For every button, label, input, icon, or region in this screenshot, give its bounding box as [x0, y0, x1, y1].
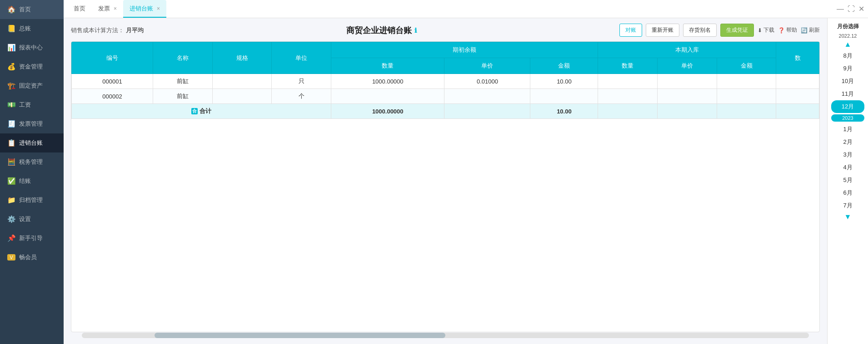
- scroll-down-button[interactable]: ▼: [828, 212, 868, 222]
- chongxin-button[interactable]: 重新开账: [646, 24, 679, 37]
- month-item-jan[interactable]: 1月: [828, 123, 868, 136]
- tab-bar-right: — ⛶ ✕: [837, 5, 864, 13]
- page-title: 商贸企业进销台账 ℹ: [144, 25, 619, 36]
- sidebar-item-vip[interactable]: V 畅会员: [0, 248, 64, 267]
- month-item-jul[interactable]: 7月: [828, 199, 868, 212]
- col-group-in: 本期入库: [598, 42, 776, 58]
- cell-in-price: [658, 89, 717, 104]
- month-panel: 月份选择 2022.12 ▲ 8月 9月 10月 11月 12月 2023 1月…: [827, 18, 868, 344]
- sidebar-item-guide[interactable]: 📌 新手引导: [0, 229, 64, 248]
- minimize-button[interactable]: —: [837, 5, 844, 13]
- main-area: 首页 发票 × 进销台账 × — ⛶ ✕ 销售成本计算方法： 月平均 商贸: [64, 0, 868, 344]
- book-icon: 📒: [7, 25, 15, 33]
- total-open-amount: 10.00: [530, 104, 598, 119]
- scrollbar-thumb: [155, 333, 445, 338]
- download-icon: ⬇: [758, 27, 762, 34]
- sub-in-amount: 金额: [717, 58, 776, 74]
- help-icon: ❓: [778, 27, 785, 34]
- month-item-apr[interactable]: 4月: [828, 161, 868, 174]
- vip-icon: V: [7, 254, 15, 260]
- sidebar-item-tax-management[interactable]: 🧮 税务管理: [0, 152, 64, 172]
- month-item-aug[interactable]: 8月: [828, 49, 868, 62]
- total-in-price: [658, 104, 717, 119]
- cell-unit: 个: [272, 89, 331, 104]
- cell-open-price: 0.01000: [444, 74, 530, 89]
- cell-open-qty: 1000.00000: [331, 74, 444, 89]
- scroll-up-button[interactable]: ▲: [828, 39, 868, 49]
- salary-icon: 💵: [7, 101, 15, 109]
- sidebar-item-home[interactable]: 🏠 首页: [0, 0, 64, 19]
- sidebar-item-general-ledger[interactable]: 📒 总账: [0, 19, 64, 38]
- maximize-button[interactable]: ⛶: [848, 5, 855, 13]
- building-icon: 🏗️: [7, 82, 15, 90]
- total-extra: [776, 104, 819, 119]
- month-item-dec[interactable]: 12月: [831, 100, 864, 113]
- duizhang-button[interactable]: 对账: [619, 24, 642, 37]
- col-id: 编号: [72, 42, 153, 74]
- total-open-qty: 1000.00000: [331, 104, 444, 119]
- col-unit: 单位: [272, 42, 331, 74]
- sub-open-price: 单价: [444, 58, 530, 74]
- sub-open-qty: 数量: [331, 58, 444, 74]
- cell-in-qty: [598, 89, 658, 104]
- content-area: 销售成本计算方法： 月平均 商贸企业进销台账 ℹ 对账 重新开账 存货别名 生成…: [64, 18, 827, 344]
- table-header-group: 编号 名称 规格 单位 期初余额 本期入库 数: [72, 42, 819, 58]
- chart-icon: 📊: [7, 44, 15, 52]
- sidebar-item-settings[interactable]: ⚙️ 设置: [0, 210, 64, 229]
- folder-icon: 📁: [7, 196, 15, 204]
- total-open-price: [444, 104, 530, 119]
- toolbar: 对账 重新开账 存货别名 生成凭证 ⬇ 下载 ❓ 帮助 🔄 刷新: [619, 24, 820, 37]
- month-item-sep[interactable]: 9月: [828, 62, 868, 75]
- cunyibie-button[interactable]: 存货别名: [683, 24, 717, 37]
- cell-id: 000001: [72, 74, 153, 89]
- month-item-feb[interactable]: 2月: [828, 136, 868, 148]
- cell-open-qty: [331, 89, 444, 104]
- cell-spec: [212, 74, 272, 89]
- sidebar-item-archive[interactable]: 📁 归档管理: [0, 191, 64, 210]
- tab-home[interactable]: 首页: [67, 0, 92, 18]
- sidebar-item-report-center[interactable]: 📊 报表中心: [0, 38, 64, 57]
- sidebar-item-fixed-assets[interactable]: 🏗️ 固定资产: [0, 76, 64, 95]
- col-name: 名称: [153, 42, 213, 74]
- shengcheng-button[interactable]: 生成凭证: [720, 24, 754, 37]
- sidebar-item-fund-management[interactable]: 💰 资金管理: [0, 57, 64, 76]
- cell-unit: 只: [272, 74, 331, 89]
- tab-ledger[interactable]: 进销台账 ×: [123, 0, 166, 18]
- cell-name: 前缸: [153, 89, 213, 104]
- sub-in-qty: 数量: [598, 58, 658, 74]
- help-button[interactable]: ❓ 帮助: [778, 26, 797, 34]
- sidebar-item-close-account[interactable]: ✅ 结账: [0, 172, 64, 191]
- month-item-mar[interactable]: 3月: [828, 148, 868, 161]
- info-icon[interactable]: ℹ: [414, 27, 417, 34]
- month-item-jun[interactable]: 6月: [828, 187, 868, 199]
- gear-icon: ⚙️: [7, 215, 15, 223]
- close-invoice-tab[interactable]: ×: [114, 5, 117, 12]
- horizontal-scrollbar[interactable]: [82, 333, 809, 338]
- check-icon: ✅: [7, 177, 15, 185]
- home-icon: 🏠: [7, 5, 15, 14]
- sidebar-item-salary[interactable]: 💵 工资: [0, 95, 64, 114]
- cell-open-amount: 10.00: [530, 74, 598, 89]
- download-button[interactable]: ⬇ 下载: [758, 26, 774, 34]
- sidebar-item-invoice-management[interactable]: 🧾 发票管理: [0, 114, 64, 133]
- cell-id: 000002: [72, 89, 153, 104]
- sidebar-item-purchase-sales-ledger[interactable]: 📋 进销台账: [0, 133, 64, 152]
- table-row: 000001 前缸 只 1000.00000 0.01000 10.00: [72, 74, 819, 89]
- table-row: 000002 前缸 个: [72, 89, 819, 104]
- month-year-label: 2022.12: [828, 32, 868, 39]
- tab-invoice[interactable]: 发票 ×: [92, 0, 123, 18]
- refresh-button[interactable]: 🔄 刷新: [801, 26, 820, 34]
- tax-icon: 🧮: [7, 158, 15, 166]
- top-row: 销售成本计算方法： 月平均 商贸企业进销台账 ℹ 对账 重新开账 存货别名 生成…: [71, 24, 820, 37]
- total-label-cell: 合 合计: [72, 104, 331, 119]
- month-item-may[interactable]: 5月: [828, 174, 868, 187]
- cell-in-amount: [717, 89, 776, 104]
- sub-open-amount: 金额: [530, 58, 598, 74]
- close-button[interactable]: ✕: [858, 5, 864, 13]
- cell-spec: [212, 89, 272, 104]
- table-total-row: 合 合计 1000.00000 10.00: [72, 104, 819, 119]
- ledger-table: 编号 名称 规格 单位 期初余额 本期入库 数 数量 单价 金额 数: [71, 42, 819, 119]
- close-ledger-tab[interactable]: ×: [157, 5, 160, 12]
- month-item-nov[interactable]: 11月: [828, 88, 868, 100]
- month-item-oct[interactable]: 10月: [828, 75, 868, 88]
